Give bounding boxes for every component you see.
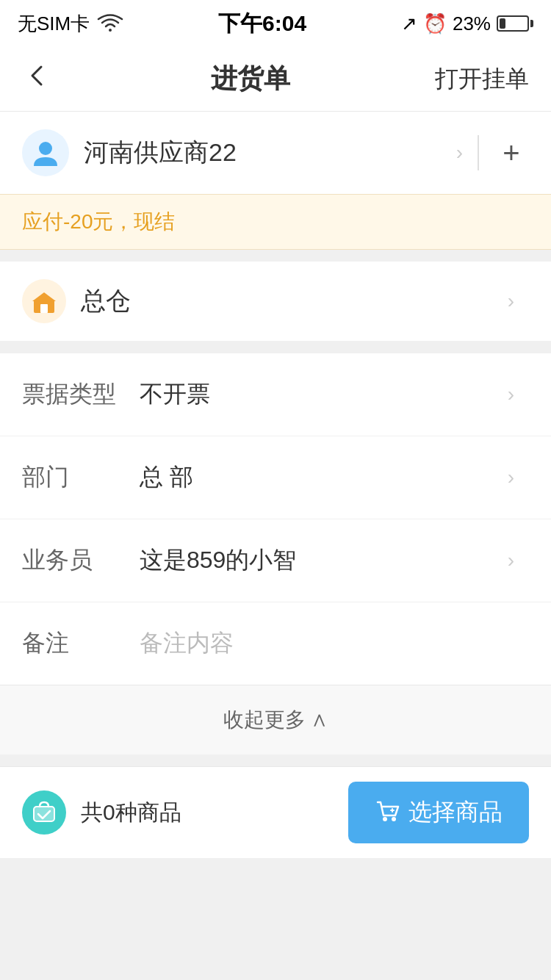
warehouse-icon — [22, 279, 66, 323]
select-product-button[interactable]: 选择商品 — [348, 782, 529, 843]
status-bar: 无SIM卡 下午6:04 ↗ ⏰ 23% — [0, 0, 551, 47]
bottom-bar: 共0种商品 选择商品 — [0, 766, 551, 858]
page-title: 进货单 — [211, 61, 290, 97]
svg-rect-4 — [34, 807, 54, 821]
product-icon — [22, 790, 66, 835]
collapse-button[interactable]: 收起更多 ∧ — [0, 685, 551, 754]
form-section: 票据类型 不开票 › 部门 总 部 › 业务员 这是859的小智 › 备注 备注… — [0, 353, 551, 754]
remark-input[interactable]: 备注内容 — [140, 627, 529, 660]
back-button[interactable] — [22, 61, 66, 97]
add-supplier-button[interactable]: + — [494, 135, 529, 170]
wifi-icon — [97, 14, 123, 33]
salesperson-label: 业务员 — [22, 544, 140, 577]
collapse-label: 收起更多 ∧ — [223, 706, 328, 734]
status-time: 下午6:04 — [218, 9, 306, 39]
invoice-type-chevron-icon: › — [508, 383, 514, 406]
supplier-avatar — [22, 129, 69, 176]
department-value: 总 部 — [140, 461, 508, 494]
remark-label: 备注 — [22, 627, 140, 660]
invoice-type-value: 不开票 — [140, 378, 508, 411]
svg-point-0 — [39, 142, 52, 155]
divider — [478, 135, 479, 170]
product-count: 共0种商品 — [81, 798, 348, 828]
warehouse-name: 总仓 — [81, 284, 508, 318]
salesperson-chevron-icon: › — [508, 549, 514, 572]
nav-bar: 进货单 打开挂单 — [0, 47, 551, 112]
carrier-label: 无SIM卡 — [18, 11, 90, 37]
background-fill — [0, 858, 551, 980]
battery-icon — [497, 15, 533, 32]
location-icon: ↗ — [401, 12, 417, 35]
open-pending-button[interactable]: 打开挂单 — [435, 63, 529, 96]
invoice-type-row[interactable]: 票据类型 不开票 › — [0, 353, 551, 436]
invoice-type-label: 票据类型 — [22, 378, 140, 411]
svg-marker-2 — [32, 292, 56, 301]
supplier-name: 河南供应商22 — [84, 136, 456, 170]
department-label: 部门 — [22, 461, 140, 494]
supplier-row[interactable]: 河南供应商22 › + — [0, 112, 551, 194]
warehouse-row[interactable]: 总仓 › — [0, 262, 551, 342]
alarm-icon: ⏰ — [423, 12, 447, 35]
battery-label: 23% — [453, 12, 491, 35]
status-right: ↗ ⏰ 23% — [401, 12, 533, 35]
cart-icon — [375, 799, 401, 826]
supplier-chevron-icon: › — [456, 141, 463, 165]
alert-banner: 应付-20元，现结 — [0, 194, 551, 250]
department-row[interactable]: 部门 总 部 › — [0, 436, 551, 519]
supplier-section: 河南供应商22 › + 应付-20元，现结 — [0, 112, 551, 250]
svg-point-6 — [392, 817, 396, 821]
status-left: 无SIM卡 — [18, 11, 123, 37]
department-chevron-icon: › — [508, 466, 514, 489]
svg-point-5 — [383, 817, 387, 821]
remark-row[interactable]: 备注 备注内容 — [0, 602, 551, 685]
salesperson-row[interactable]: 业务员 这是859的小智 › — [0, 519, 551, 602]
warehouse-chevron-icon: › — [508, 289, 514, 313]
person-icon — [31, 138, 60, 167]
warehouse-section: 总仓 › — [0, 262, 551, 342]
select-product-label: 选择商品 — [408, 796, 503, 829]
salesperson-value: 这是859的小智 — [140, 544, 508, 577]
svg-rect-3 — [40, 304, 48, 313]
